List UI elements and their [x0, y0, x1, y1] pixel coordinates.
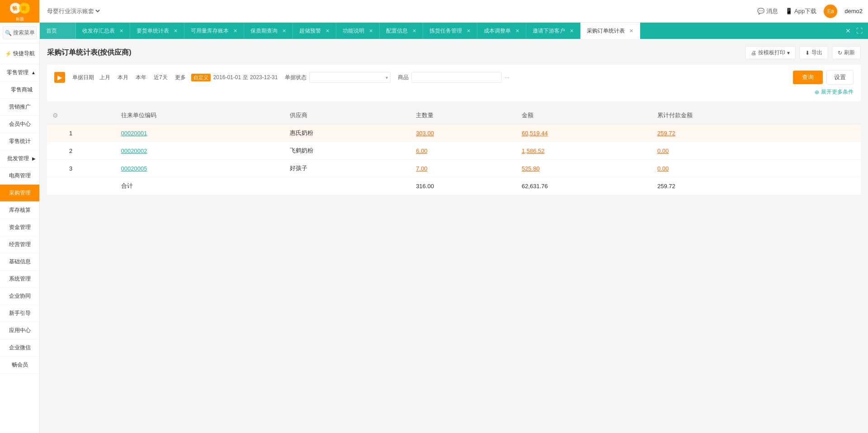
close-icon[interactable]: ✕	[326, 28, 330, 34]
quick-nav-button[interactable]: ⚡ 快捷导航	[3, 47, 37, 60]
tab-config-info[interactable]: 配置信息 ✕	[380, 23, 423, 39]
tab-available-stock[interactable]: 可用量库存账本 ✕	[184, 23, 244, 39]
this-month-btn[interactable]: 本月	[115, 73, 131, 82]
amount-link[interactable]: 60,519.44	[522, 130, 548, 137]
quantity-link[interactable]: 303.00	[416, 130, 434, 137]
close-all-tabs-button[interactable]: ✕	[844, 26, 853, 35]
sidebar-item-new-guide[interactable]: 新手引导	[0, 305, 39, 322]
tab-cost-adjust[interactable]: 成本调整单 ✕	[477, 23, 526, 39]
paid-link[interactable]: 259.72	[657, 130, 675, 137]
sidebar-item-retail-shop[interactable]: 零售商城	[0, 81, 39, 99]
sidebar-menu: 零售管理 ▲ 零售商城 营销推广 会员中心 零售统计 批发管理 ▶ 电商管理 采…	[0, 64, 39, 433]
supplier-code-link[interactable]: 00020002	[121, 148, 147, 154]
last-month-btn[interactable]: 上月	[97, 73, 113, 82]
sidebar-item-enterprise-wechat[interactable]: 企业微信	[0, 339, 39, 357]
expand-conditions-button[interactable]: ⊕ 展开更多条件	[815, 88, 854, 96]
product-input[interactable]	[411, 72, 502, 83]
tab-pick-task[interactable]: 拣货任务管理 ✕	[423, 23, 477, 39]
sidebar-item-member[interactable]: 会员中心	[0, 116, 39, 133]
sidebar-item-finance[interactable]: 资金管理	[0, 219, 39, 236]
search-menu-label: 搜索菜单	[13, 29, 35, 37]
status-select[interactable]	[309, 72, 391, 83]
sidebar-item-basic-info[interactable]: 基础信息	[0, 253, 39, 271]
message-button[interactable]: 💬 消息	[757, 7, 778, 15]
export-label: 导出	[811, 49, 822, 57]
tab-receive-summary[interactable]: 收发存汇总表 ✕	[76, 23, 130, 39]
last-7days-btn[interactable]: 近7天	[151, 73, 170, 82]
sidebar-item-operations[interactable]: 经营管理	[0, 236, 39, 253]
search-menu-button[interactable]: 🔍 搜索菜单	[3, 26, 37, 39]
date-filter-label: 单据日期	[72, 74, 94, 81]
sidebar-item-retail[interactable]: 零售管理 ▲	[0, 64, 39, 81]
app-download-button[interactable]: 📱 App下载	[785, 7, 816, 15]
close-icon[interactable]: ✕	[233, 28, 237, 34]
paid-link[interactable]: 0.00	[657, 165, 669, 172]
tabbar-end: ✕ ⛶	[840, 23, 868, 39]
topbar-actions: 💬 消息 📱 App下载 Ea demo2	[757, 5, 863, 18]
this-year-btn[interactable]: 本年	[133, 73, 149, 82]
amount-link[interactable]: 1,586.52	[522, 148, 545, 154]
tab-purchase-stats[interactable]: 要货单统计表 ✕	[130, 23, 184, 39]
date-shortcuts: 上月 本月 本年 近7天 更多	[97, 73, 189, 82]
tab-expiry-query[interactable]: 保质期查询 ✕	[244, 23, 293, 39]
sidebar-item-vip[interactable]: 畅会员	[0, 357, 39, 374]
username-label[interactable]: demo2	[844, 8, 863, 14]
close-icon[interactable]: ✕	[174, 28, 178, 34]
filter-toggle-button[interactable]: ▶	[54, 72, 65, 83]
date-to-value: 2023-12-31	[250, 74, 278, 81]
close-icon[interactable]: ✕	[515, 28, 519, 34]
close-icon[interactable]: ✕	[282, 28, 286, 34]
close-icon[interactable]: ✕	[119, 28, 123, 34]
table-footer-row: 合计 316.00 62,631.76 259.72	[47, 177, 861, 195]
close-icon[interactable]: ✕	[412, 28, 416, 34]
amount-link[interactable]: 525.80	[522, 165, 540, 172]
tab-overstock[interactable]: 超储预警 ✕	[293, 23, 336, 39]
settings-button[interactable]: 设置	[826, 70, 854, 85]
cell-amount: 60,519.44	[516, 124, 652, 142]
close-icon[interactable]: ✕	[369, 28, 373, 34]
sidebar-item-system[interactable]: 系统管理	[0, 271, 39, 288]
product-filter-group: 商品 ···	[398, 72, 509, 83]
quantity-link[interactable]: 6.00	[416, 148, 427, 154]
quantity-link[interactable]: 7.00	[416, 165, 427, 172]
sidebar-item-app-center[interactable]: 应用中心	[0, 322, 39, 339]
tab-home[interactable]: 首页	[40, 23, 76, 39]
tab-purchase-order-stats[interactable]: 采购订单统计表 ✕	[580, 23, 640, 39]
expand-tabs-button[interactable]: ⛶	[854, 26, 864, 35]
sidebar-item-retail-stats[interactable]: 零售统计	[0, 133, 39, 150]
tab-function-desc[interactable]: 功能说明 ✕	[336, 23, 380, 39]
cell-quantity: 6.00	[410, 142, 516, 160]
custom-date-badge: 自定义	[191, 74, 211, 81]
supplier-code-link[interactable]: 00020001	[121, 130, 147, 137]
account-selector[interactable]: 母婴行业演示账套	[45, 7, 101, 15]
tab-invite-customer[interactable]: 邀请下游客户 ✕	[526, 23, 580, 39]
sidebar-item-inventory[interactable]: 库存核算	[0, 202, 39, 219]
supplier-code-link[interactable]: 00020005	[121, 165, 147, 172]
close-icon[interactable]: ✕	[629, 28, 633, 34]
close-icon[interactable]: ✕	[570, 28, 574, 34]
sidebar-item-purchase[interactable]: 采购管理	[0, 185, 39, 202]
cell-supplier-name: 惠氏奶粉	[284, 124, 410, 142]
more-options-icon[interactable]: ···	[505, 74, 509, 81]
export-button[interactable]: ⬇ 导出	[799, 46, 828, 59]
sidebar-item-ecommerce[interactable]: 电商管理	[0, 167, 39, 185]
refresh-label: 刷新	[844, 49, 855, 57]
column-settings-icon[interactable]: ⚙	[52, 112, 58, 119]
close-icon[interactable]: ✕	[467, 28, 471, 34]
sidebar-item-enterprise[interactable]: 企业协同	[0, 288, 39, 305]
search-icon: 🔍	[5, 30, 12, 36]
main-area: 母婴行业演示账套 💬 消息 📱 App下载 Ea demo2 首页 收发存汇总表…	[40, 0, 868, 433]
query-action-group: 查询 设置	[793, 70, 854, 85]
status-filter-group: 单据状态	[285, 72, 391, 83]
sidebar-item-marketing[interactable]: 营销推广	[0, 99, 39, 116]
expand-icon: ⊕	[815, 89, 819, 95]
query-button[interactable]: 查询	[793, 71, 823, 84]
sidebar-item-wholesale[interactable]: 批发管理 ▶	[0, 150, 39, 167]
sidebar: 畅 捷 标题 🔍 搜索菜单 ⚡ 快捷导航 零售管理 ▲ 零售商城 营销推广 会员…	[0, 0, 40, 433]
more-dates-btn[interactable]: 更多	[172, 73, 189, 82]
avatar[interactable]: Ea	[824, 5, 837, 18]
paid-link[interactable]: 0.00	[657, 148, 669, 154]
refresh-button[interactable]: ↻ 刷新	[832, 46, 861, 59]
tab-label: 成本调整单	[484, 27, 511, 35]
print-button[interactable]: 🖨 按模板打印 ▾	[745, 46, 796, 59]
